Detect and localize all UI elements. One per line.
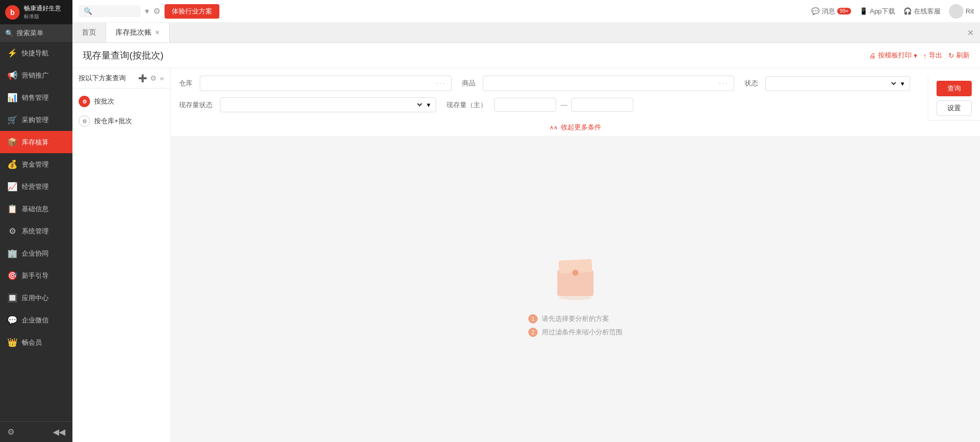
topbar-right: 💬 消息 99+ 📱 App下载 🎧 在线客服 Rit <box>811 4 974 19</box>
print-label: 按模板打印 <box>878 51 912 60</box>
collapse-bar[interactable]: ∧∧ 收起更多条件 <box>179 119 972 136</box>
empty-state: 1 请先选择要分析的方案 2 用过滤条件来缩小分析范围 <box>171 137 980 442</box>
quick-nav-icon: ⚡ <box>7 48 18 58</box>
gear-icon[interactable]: ⚙ <box>153 6 160 16</box>
sidebar-item-member[interactable]: 👑 畅会员 <box>0 331 72 353</box>
product-label: 商品 <box>462 79 476 88</box>
print-action[interactable]: 🖨 按模板打印 ▾ <box>869 51 917 60</box>
online-service-group[interactable]: 🎧 在线客服 <box>903 7 941 16</box>
hint-1-num: 1 <box>528 314 538 323</box>
warehouse-input-wrapper[interactable]: ··· <box>200 76 452 91</box>
product-input-wrapper[interactable]: ··· <box>483 76 735 91</box>
finance-icon: 💰 <box>7 159 18 169</box>
scheme-batch-label: 按批次 <box>94 97 114 106</box>
sidebar-header: b 畅康通好生意 标准版 <box>0 0 72 24</box>
tab-inventory-batch[interactable]: 库存批次账 ✕ <box>106 23 170 42</box>
scheme-item-batch[interactable]: ⚙ 按批次 <box>72 92 170 111</box>
sidebar-item-label: 快捷导航 <box>22 49 49 58</box>
page-actions: 🖨 按模板打印 ▾ ↑ 导出 ↻ 刷新 <box>869 51 970 60</box>
warehouse-dots-icon[interactable]: ··· <box>436 79 446 88</box>
sidebar-item-finance[interactable]: 💰 资金管理 <box>0 153 72 175</box>
scheme-item-warehouse-batch[interactable]: ⚙ 按仓库+批次 <box>72 111 170 131</box>
refresh-action[interactable]: ↻ 刷新 <box>948 51 970 60</box>
sidebar-item-marketing[interactable]: 📢 营销推广 <box>0 64 72 86</box>
sidebar-footer: ⚙ ◀◀ <box>0 421 72 442</box>
scheme-list: ⚙ 按批次 ⚙ 按仓库+批次 <box>72 89 170 134</box>
scheme-collapse-icon[interactable]: « <box>160 74 164 82</box>
inventory-icon: 📦 <box>7 137 18 147</box>
sidebar-item-basic-info[interactable]: 📋 基础信息 <box>0 198 72 220</box>
scheme-icon-active: ⚙ <box>79 96 90 107</box>
product-dots-icon[interactable]: ··· <box>719 79 729 88</box>
sidebar-item-app-center[interactable]: 🔲 应用中心 <box>0 287 72 309</box>
user-group[interactable]: Rit <box>949 4 974 19</box>
status-chevron-icon: ▾ <box>901 80 904 87</box>
sidebar-item-label: 销售管理 <box>22 93 49 102</box>
sidebar-item-quick-nav[interactable]: ⚡ 快捷导航 <box>0 42 72 64</box>
warehouse-input[interactable] <box>205 80 433 87</box>
inventory-status-wrapper[interactable]: ▾ <box>220 97 436 112</box>
qty-range-min[interactable] <box>494 98 556 112</box>
app-center-icon: 🔲 <box>7 293 18 303</box>
status-label: 状态 <box>745 79 758 88</box>
purchase-icon: 🛒 <box>7 115 18 125</box>
qty-range-max[interactable] <box>571 98 633 112</box>
scheme-settings-icon[interactable]: ⚙ <box>150 74 157 82</box>
settings-button[interactable]: 设置 <box>937 100 972 116</box>
tab-inventory-batch-label: 库存批次账 <box>115 28 152 37</box>
app-download-group[interactable]: 📱 App下载 <box>859 7 895 16</box>
product-input[interactable] <box>488 80 716 87</box>
sidebar-item-inventory[interactable]: 📦 库存核算 <box>0 131 72 153</box>
product-field: 商品 ··· <box>462 76 735 91</box>
sidebar-item-sales[interactable]: 📊 销售管理 <box>0 86 72 109</box>
status-select[interactable] <box>771 79 898 88</box>
scheme-panel: 按以下方案查询 ➕ ⚙ « ⚙ 按批次 <box>72 68 171 442</box>
filter-row-2: 现存量状态 ▾ 现存量（主） <box>179 97 972 112</box>
sidebar-item-label: 经营管理 <box>22 182 49 191</box>
message-badge: 99+ <box>837 8 851 14</box>
main-area: 🔍 ▾ ⚙ 体验行业方案 💬 消息 99+ 📱 App下载 🎧 在线客服 <box>72 0 980 442</box>
sidebar-item-label: 畅会员 <box>22 338 42 347</box>
hint-2-text: 用过滤条件来缩小分析范围 <box>542 328 622 337</box>
basic-info-icon: 📋 <box>7 204 18 214</box>
filter-row-1: 仓库 ··· 商品 ··· <box>179 76 972 91</box>
page-title: 现存量查询(按批次) <box>83 49 164 62</box>
hint-2-num: 2 <box>528 328 538 337</box>
scheme-add-icon[interactable]: ➕ <box>138 74 147 82</box>
sidebar-settings-btn[interactable]: ⚙ <box>7 427 14 437</box>
sidebar-item-label: 资金管理 <box>22 160 49 169</box>
topbar-search-box[interactable]: 🔍 <box>79 5 141 17</box>
query-button[interactable]: 查询 <box>937 81 972 96</box>
empty-svg <box>544 242 606 304</box>
message-label: 消息 <box>822 7 835 16</box>
message-group[interactable]: 💬 消息 99+ <box>811 7 851 16</box>
sidebar-item-label: 新手引导 <box>22 271 49 281</box>
tab-home[interactable]: 首页 <box>72 23 106 42</box>
app-download-label: App下载 <box>870 7 895 16</box>
status-input-wrapper[interactable]: ▾ <box>765 76 910 91</box>
sidebar-item-operations[interactable]: 📈 经营管理 <box>0 175 72 198</box>
sidebar: b 畅康通好生意 标准版 🔍 搜索菜单 ⚡ 快捷导航 📢 营销推广 📊 销售管理… <box>0 0 72 442</box>
sidebar-item-system[interactable]: ⚙ 系统管理 <box>0 220 72 242</box>
export-action[interactable]: ↑ 导出 <box>924 51 943 60</box>
inventory-qty-label: 现存量（主） <box>447 100 487 110</box>
topbar: 🔍 ▾ ⚙ 体验行业方案 💬 消息 99+ 📱 App下载 🎧 在线客服 <box>72 0 980 23</box>
chevron-down-icon[interactable]: ▾ <box>145 6 149 16</box>
sidebar-item-purchase[interactable]: 🛒 采购管理 <box>0 109 72 131</box>
page-header: 现存量查询(按批次) 🖨 按模板打印 ▾ ↑ 导出 ↻ 刷新 <box>72 43 980 68</box>
tab-close-icon[interactable]: ✕ <box>155 29 160 36</box>
inventory-status-select[interactable] <box>226 100 424 109</box>
sidebar-item-wechat[interactable]: 💬 企业微信 <box>0 309 72 331</box>
sidebar-item-enterprise[interactable]: 🏢 企业协同 <box>0 242 72 264</box>
empty-illustration <box>544 242 606 304</box>
service-icon: 🎧 <box>903 7 912 15</box>
sidebar-item-label: 企业协同 <box>22 249 49 258</box>
warehouse-field: 仓库 ··· <box>179 76 452 91</box>
sidebar-search[interactable]: 🔍 搜索菜单 <box>0 24 72 42</box>
sidebar-item-label: 应用中心 <box>22 293 49 303</box>
experience-btn[interactable]: 体验行业方案 <box>165 4 219 19</box>
sidebar-item-newcomer[interactable]: 🎯 新手引导 <box>0 264 72 287</box>
tabs-close-all-icon[interactable]: ✕ <box>967 28 974 38</box>
sidebar-collapse-btn[interactable]: ◀◀ <box>53 427 65 437</box>
right-panel: 仓库 ··· 商品 ··· <box>171 68 980 442</box>
